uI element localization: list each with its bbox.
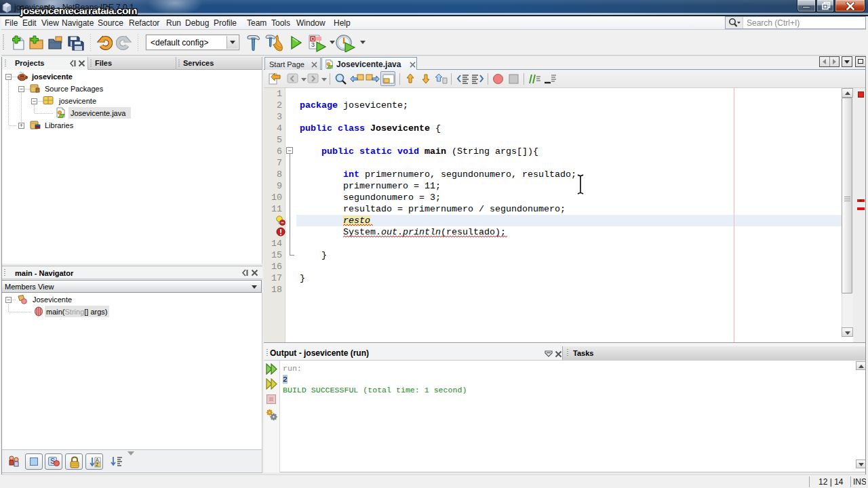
svg-text:3: 3 <box>311 41 315 48</box>
svg-text:Z: Z <box>96 462 99 467</box>
svg-text:A: A <box>96 458 99 462</box>
